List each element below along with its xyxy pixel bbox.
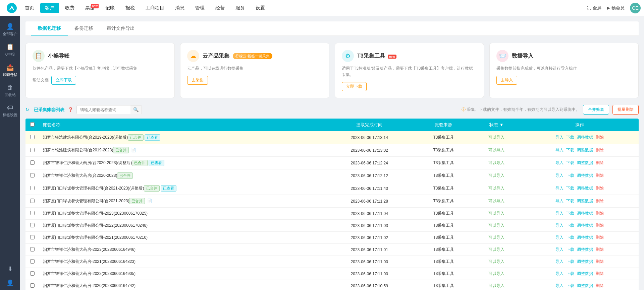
row-checkbox-3[interactable] [30,173,35,177]
row-checkbox-4[interactable] [30,186,35,190]
action-下载[interactable]: 下载 [566,199,574,203]
action-调整数据[interactable]: 调整数据 [577,247,593,252]
help-icon[interactable]: ❓ [68,107,73,112]
action-调整数据[interactable]: 调整数据 [577,259,593,264]
action-调整数据[interactable]: 调整数据 [577,148,593,152]
action-导入[interactable]: 导入 [555,235,564,240]
sidebar-item-tag-settings[interactable]: 🏷 标签设置 [0,101,20,121]
action-下载[interactable]: 下载 [566,211,574,216]
action-导入[interactable]: 导入 [555,148,564,152]
action-导入[interactable]: 导入 [555,259,564,264]
action-导入[interactable]: 导入 [555,211,564,216]
row-checkbox-2[interactable] [30,160,35,165]
file-icon[interactable]: 📄 [131,148,136,152]
action-调整数据[interactable]: 调整数据 [577,271,593,276]
nav-customer[interactable]: 客户 [40,3,59,13]
action-下载[interactable]: 下载 [566,235,574,240]
t3-download-button[interactable]: 立即下载 [342,82,367,91]
nav-manage[interactable]: 管理 [191,3,209,13]
row-checkbox-10[interactable] [30,259,35,264]
nav-business[interactable]: 工商项目 [141,3,169,13]
bulk-delete-button[interactable]: 批量删除 [612,105,639,115]
sidebar-item-zero-report[interactable]: 📋 0申报 [0,40,20,60]
action-下载[interactable]: 下载 [566,160,574,165]
action-删除[interactable]: 删除 [596,173,604,178]
tab-data-migration[interactable]: 数据包迁移 [31,21,68,36]
help-doc-link[interactable]: 帮助文档 [33,77,49,83]
action-删除[interactable]: 删除 [596,148,604,152]
row-checkbox-7[interactable] [30,223,35,227]
action-下载[interactable]: 下载 [566,247,574,252]
action-调整数据[interactable]: 调整数据 [577,223,593,228]
action-下载[interactable]: 下载 [566,259,574,264]
action-调整数据[interactable]: 调整数据 [577,173,593,178]
action-调整数据[interactable]: 调整数据 [577,186,593,191]
action-下载[interactable]: 下载 [566,135,574,140]
sidebar-item-all-customers[interactable]: 👤 全部客户 [0,19,20,40]
tab-audit-export[interactable]: 审计文件导出 [100,21,142,36]
row-checkbox-6[interactable] [30,211,35,215]
row-checkbox-5[interactable] [30,199,35,203]
search-input[interactable] [77,106,130,114]
action-调整数据[interactable]: 调整数据 [577,211,593,216]
action-导入[interactable]: 导入 [555,160,564,165]
action-下载[interactable]: 下载 [566,186,574,191]
action-调整数据[interactable]: 调整数据 [577,160,593,165]
action-删除[interactable]: 删除 [596,283,604,288]
file-icon[interactable]: 📄 [147,199,152,203]
dataimport-go-button[interactable]: 去导入 [496,76,517,85]
sidebar-item-user[interactable]: 👤 [0,276,20,290]
action-删除[interactable]: 删除 [596,186,604,191]
search-button[interactable]: 🔍 [130,105,142,114]
nav-message[interactable]: 消息 [170,3,189,13]
member-button[interactable]: ▶ 畅会员 [607,5,625,11]
cloud-collect-button[interactable]: 去采集 [187,76,208,85]
action-删除[interactable]: 删除 [596,235,604,240]
nav-fee[interactable]: 收费 [60,3,79,13]
action-删除[interactable]: 删除 [596,247,604,252]
nav-operation[interactable]: 经营 [211,3,229,13]
row-checkbox-0[interactable] [30,135,35,139]
row-checkbox-12[interactable] [30,283,35,288]
nav-bookkeeping[interactable]: 记账 [101,3,119,13]
avatar[interactable]: CE [630,3,641,13]
action-导入[interactable]: 导入 [555,186,564,191]
action-删除[interactable]: 删除 [596,160,604,165]
action-调整数据[interactable]: 调整数据 [577,235,593,240]
action-调整数据[interactable]: 调整数据 [577,283,593,288]
nav-invoice[interactable]: 票据 new [80,3,99,13]
action-导入[interactable]: 导入 [555,283,564,288]
action-下载[interactable]: 下载 [566,173,574,178]
action-删除[interactable]: 删除 [596,135,604,140]
logo[interactable] [3,3,20,13]
action-导入[interactable]: 导入 [555,223,564,228]
fullscreen-button[interactable]: ⛶ 全屏 [587,5,601,11]
action-下载[interactable]: 下载 [566,148,574,152]
tab-backup-migration[interactable]: 备份迁移 [68,21,100,36]
xiaochangdaozhang-download-button[interactable]: 立即下载 [51,76,76,85]
action-导入[interactable]: 导入 [555,199,564,203]
action-导入[interactable]: 导入 [555,173,564,178]
action-删除[interactable]: 删除 [596,259,604,264]
sidebar-item-download[interactable]: ⬇ [0,262,20,276]
nav-service[interactable]: 服务 [231,3,250,13]
action-删除[interactable]: 删除 [596,199,604,203]
sidebar-item-recycle[interactable]: 🗑 回收站 [0,81,20,101]
select-all-checkbox[interactable] [30,122,35,127]
action-调整数据[interactable]: 调整数据 [577,199,593,203]
row-checkbox-11[interactable] [30,271,35,276]
nav-tax[interactable]: 报税 [121,3,140,13]
refresh-icon[interactable]: ↻ [25,107,29,112]
action-导入[interactable]: 导入 [555,271,564,276]
filter-icon[interactable]: ▼ [499,122,504,127]
action-导入[interactable]: 导入 [555,247,564,252]
action-删除[interactable]: 删除 [596,211,604,216]
row-checkbox-1[interactable] [30,148,35,152]
row-checkbox-9[interactable] [30,247,35,251]
nav-home[interactable]: 首页 [20,3,39,13]
action-删除[interactable]: 删除 [596,271,604,276]
nav-settings[interactable]: 设置 [251,3,270,13]
action-导入[interactable]: 导入 [555,135,564,140]
action-下载[interactable]: 下载 [566,223,574,228]
action-下载[interactable]: 下载 [566,271,574,276]
